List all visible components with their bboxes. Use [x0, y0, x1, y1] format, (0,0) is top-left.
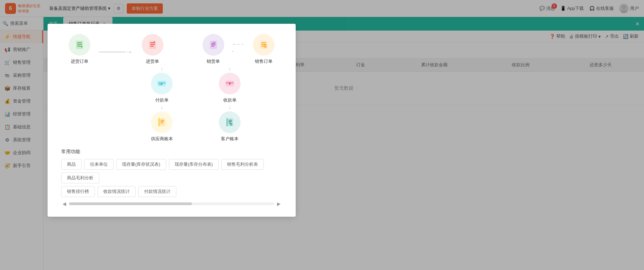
payment-label: 付款单 — [155, 97, 169, 103]
flow-modal: 进货订单 ─────→ — [48, 24, 296, 217]
common-functions-title: 常用功能 — [61, 149, 282, 155]
func-btn-payment-stats[interactable]: 付款情况统计 — [138, 186, 176, 197]
flow-arrows-row: ↓ ¥ 付款单 — [61, 65, 282, 103]
purchase-bill-icon — [142, 34, 163, 56]
common-functions: 常用功能 商品 往来单位 现存量(库存状况表) 现存量(库存分布表) 销售毛利分… — [61, 149, 282, 197]
receipt-icon: ¥ — [219, 73, 241, 94]
svg-text:¥: ¥ — [228, 82, 231, 86]
receipt-label: 收款单 — [223, 97, 237, 103]
svg-point-22 — [230, 123, 232, 125]
sale-bill-icon — [203, 34, 224, 56]
down-arrow-supplier: ↓ — [160, 103, 163, 111]
customer-ledger-label: 客户账本 — [221, 136, 239, 142]
supplier-ledger-icon — [151, 111, 173, 133]
svg-rect-8 — [213, 42, 215, 43]
flow-row-3: ↓ 供应商账本 — [61, 103, 282, 142]
customer-ledger-icon — [219, 111, 241, 133]
flow-node-purchase-bill[interactable]: 进货单 — [134, 34, 171, 65]
flow-col-payment: ↓ ¥ 付款单 — [141, 65, 182, 103]
flow-col-customer: ↓ 客户账本 — [209, 103, 250, 142]
flow-node-receipt[interactable]: ¥ 收款单 — [209, 73, 250, 103]
flow-node-customer-ledger[interactable]: 客户账本 — [209, 111, 250, 142]
sale-order-icon — [253, 34, 275, 56]
scroll-thumb — [69, 202, 192, 205]
flow-node-payment[interactable]: ¥ 付款单 — [141, 73, 182, 103]
flow-row-1: 进货订单 ─────→ — [61, 34, 282, 65]
func-btn-partners[interactable]: 往来单位 — [84, 159, 114, 170]
scroll-left-btn[interactable]: ◀ — [61, 201, 68, 206]
spacer-mid — [171, 34, 195, 41]
down-arrow-receipt: ↓ — [228, 65, 231, 73]
func-btn-stock-status[interactable]: 现存量(库存状况表) — [116, 159, 166, 170]
flow-diagram: 进货订单 ─────→ — [61, 34, 282, 142]
supplier-ledger-label: 供应商账本 — [151, 136, 173, 142]
down-arrow-customer: ↓ — [228, 103, 231, 111]
scroll-track[interactable] — [69, 202, 274, 205]
svg-rect-21 — [226, 118, 228, 126]
func-btn-sales-rank[interactable]: 销售排行榜 — [61, 186, 95, 197]
sale-order-label: 销售订单 — [255, 58, 273, 65]
flow-node-supplier-ledger[interactable]: 供应商账本 — [141, 111, 182, 142]
func-btn-product[interactable]: 商品 — [61, 159, 82, 170]
scroll-right-btn[interactable]: ▶ — [276, 201, 282, 206]
purchase-order-icon — [69, 34, 90, 56]
func-btn-profit-analysis[interactable]: 销售毛利分析表 — [221, 159, 264, 170]
func-btn-receipt-stats[interactable]: 收款情况统计 — [98, 186, 136, 197]
flow-node-sale-bill[interactable]: 销货单 — [195, 34, 231, 65]
function-buttons-row2: 销售排行榜 收款情况统计 付款情况统计 — [61, 186, 282, 197]
flow-node-purchase-order[interactable]: 进货订单 — [61, 34, 98, 65]
modal-overlay[interactable]: 进货订单 ─────→ — [0, 0, 644, 270]
purchase-order-label: 进货订单 — [71, 58, 88, 65]
purchase-bill-label: 进货单 — [146, 58, 159, 65]
svg-text:¥: ¥ — [160, 82, 163, 86]
flow-node-sale-order[interactable]: 销售订单 — [246, 34, 282, 65]
svg-rect-10 — [264, 45, 266, 48]
func-btn-product-profit[interactable]: 商品毛利分析 — [61, 173, 99, 183]
svg-rect-19 — [158, 118, 160, 126]
down-arrow-payment: ↓ — [160, 65, 163, 73]
sale-bill-label: 销货单 — [207, 58, 220, 65]
dashed-arrow: ←- - - — [232, 34, 246, 55]
func-btn-stock-dist[interactable]: 现存量(库存分布表) — [169, 159, 219, 170]
modal-scrollbar: ◀ ▶ — [61, 201, 282, 206]
flow-col-supplier: ↓ 供应商账本 — [141, 103, 182, 142]
flow-col-receipt: ↓ ¥ 收款单 — [209, 65, 250, 103]
modal-body: 进货订单 ─────→ — [48, 24, 296, 217]
payment-icon: ¥ — [151, 73, 173, 94]
function-buttons-row1: 商品 往来单位 现存量(库存状况表) 现存量(库存分布表) 销售毛利分析表 商品… — [61, 159, 282, 183]
arrow-purchase-to-bill: ─────→ — [98, 34, 134, 56]
